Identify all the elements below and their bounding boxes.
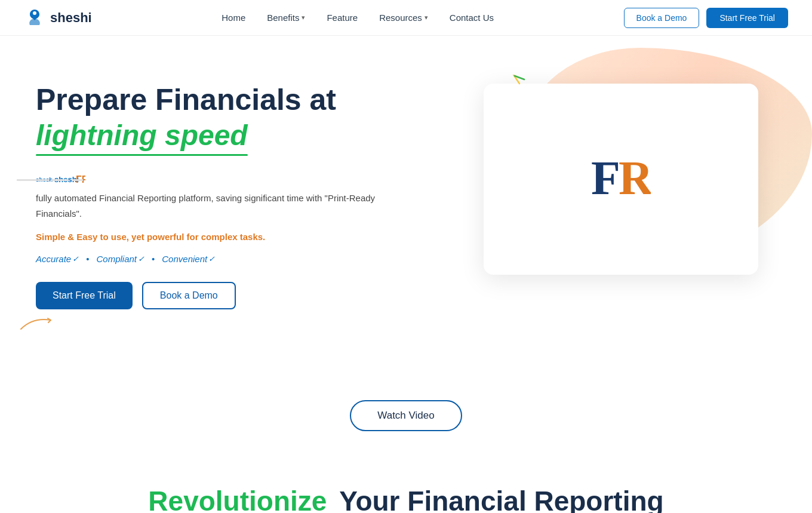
hero-description-text: fully automated Financial Reporting plat…: [36, 191, 382, 221]
logo-icon: [24, 7, 45, 29]
confetti-lines: [502, 75, 525, 101]
checkmark-compliant-icon: ✓: [138, 254, 144, 263]
watch-video-section: Watch Video: [0, 382, 812, 461]
checkmark-accurate-icon: ✓: [72, 254, 79, 263]
nav-resources[interactable]: Resources ▾: [379, 13, 428, 23]
svg-point-1: [33, 11, 36, 15]
dot-separator-2: •: [152, 254, 155, 264]
arrow-decoration: [18, 314, 54, 334]
chevron-down-icon: ▾: [302, 14, 305, 21]
navbar: sheshi Home Benefits ▾ Feature Resources…: [0, 0, 812, 36]
hero-description: sheshi FR sheshi FR fully automated Fina…: [36, 173, 382, 221]
logo-link[interactable]: sheshi: [24, 7, 92, 29]
hero-buttons: Start Free Trial Book a Demo: [36, 282, 382, 309]
nav-benefits[interactable]: Benefits ▾: [267, 13, 305, 23]
nav-start-trial-button[interactable]: Start Free Trial: [706, 8, 788, 28]
nav-actions: Book a Demo Start Free Trial: [624, 8, 788, 28]
hero-book-demo-button[interactable]: Book a Demo: [142, 282, 236, 309]
nav-feature[interactable]: Feature: [327, 13, 358, 23]
feature-convenient: Convenient ✓: [162, 254, 215, 264]
hero-features: Accurate ✓ • Compliant ✓ • Convenient ✓: [36, 254, 382, 264]
feature-compliant: Compliant ✓: [96, 254, 144, 264]
rev-title-dark: Your Financial Reporting: [339, 486, 664, 513]
checkmark-convenient-icon: ✓: [208, 254, 215, 263]
nav-home[interactable]: Home: [222, 13, 245, 23]
nav-contact[interactable]: Contact Us: [450, 13, 494, 23]
rev-title: Revolutionize Your Financial Reporting: [36, 485, 776, 513]
hero-tagline: Simple & Easy to use, yet powerful for c…: [36, 232, 382, 242]
hero-decoration-lines: [17, 179, 83, 181]
rev-title-green: Revolutionize: [148, 485, 327, 513]
hero-section: Prepare Financials at lightning speed sh…: [0, 36, 812, 382]
revolutionize-section: Revolutionize Your Financial Reporting S…: [0, 461, 812, 513]
hero-title-line1: Prepare Financials at: [36, 84, 382, 116]
dot-separator-1: •: [86, 254, 89, 264]
nav-links: Home Benefits ▾ Feature Resources ▾ Cont…: [222, 13, 494, 23]
hero-product-card: F R: [484, 84, 758, 275]
svg-text:F: F: [591, 152, 620, 204]
nav-book-demo-button[interactable]: Book a Demo: [624, 8, 700, 28]
hero-start-trial-button[interactable]: Start Free Trial: [36, 282, 133, 309]
logo-text: sheshi: [50, 10, 92, 26]
watch-video-button[interactable]: Watch Video: [350, 400, 462, 431]
hero-left: Prepare Financials at lightning speed sh…: [36, 72, 382, 321]
hero-title-line2: lightning speed: [36, 119, 248, 156]
feature-accurate: Accurate ✓: [36, 254, 79, 264]
fr-big-logo-icon: F R: [591, 152, 651, 206]
chevron-down-icon: ▾: [425, 14, 428, 21]
svg-text:R: R: [619, 152, 651, 204]
hero-right-panel: F R: [466, 72, 776, 311]
